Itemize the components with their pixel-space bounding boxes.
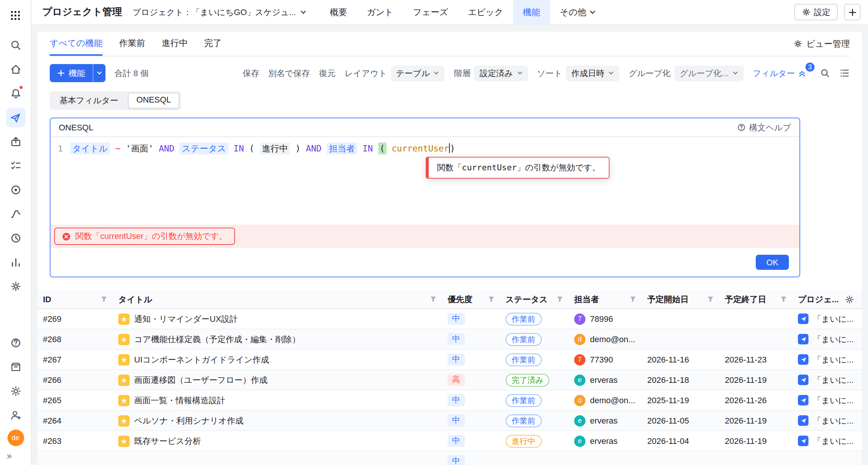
cell-title[interactable]: ★UIコンポーネントガイドライン作成 — [113, 354, 442, 365]
bar-chart-icon[interactable] — [6, 252, 25, 272]
cell-id: #263 — [38, 436, 113, 445]
person-add-icon[interactable] — [6, 405, 25, 425]
project-nav: 概要ガントフェーズエピック機能その他 — [320, 0, 606, 24]
cell-title[interactable]: ★既存サービス分析 — [113, 435, 442, 447]
view-tab-0[interactable]: すべての機能 — [50, 32, 102, 56]
curve-icon[interactable] — [6, 204, 25, 224]
nav-item-label: ガント — [367, 6, 393, 18]
nav-item-3[interactable]: エピック — [458, 0, 513, 24]
onesql-code-editor[interactable]: 1 タイトル ~ '画面' AND ステータス IN ( 進行中 ) AND 担… — [50, 137, 799, 225]
priority-badge: 中 — [448, 435, 465, 447]
column-filter-icon[interactable] — [487, 295, 495, 303]
save-as-button[interactable]: 別名で保存 — [268, 67, 310, 79]
tasks-check-icon[interactable] — [6, 156, 25, 176]
column-filter-icon[interactable] — [780, 295, 787, 303]
column-header-7[interactable]: プロジェ... — [793, 294, 862, 305]
column-filter-icon[interactable] — [556, 295, 564, 303]
sql-token: IN — [234, 143, 244, 154]
table-row[interactable]: #268★コア機能仕様定義（予定作成・編集・削除）中作業前ddemo@on...… — [38, 329, 862, 350]
notification-dot — [18, 85, 23, 90]
feature-title: 既存サービス分析 — [134, 435, 201, 447]
nav-item-label: エピック — [468, 6, 503, 18]
assignee-avatar: e — [574, 435, 585, 447]
column-filter-icon[interactable] — [707, 295, 714, 303]
table-row-partial[interactable]: 中 — [38, 451, 862, 465]
filter-toggle-button[interactable]: フィルター 3 — [753, 67, 806, 79]
expand-sidebar-button[interactable]: » — [7, 451, 12, 461]
syntax-help-link[interactable]: 構文ヘルプ — [737, 122, 791, 133]
cell-project: 「まいに... — [793, 415, 862, 426]
column-filter-icon[interactable] — [100, 295, 108, 303]
help-icon[interactable] — [6, 333, 25, 353]
syntax-help-label: 構文ヘルプ — [749, 122, 791, 133]
cell-title[interactable]: ★画面遷移図（ユーザーフロー）作成 — [113, 374, 442, 385]
bell-icon[interactable] — [6, 84, 25, 103]
layout-select[interactable]: テーブル — [391, 65, 445, 81]
table-row[interactable]: #269★通知・リマインダーUX設計中作業前778996「まいに... — [38, 309, 862, 329]
save-button[interactable]: 保存 — [243, 67, 259, 79]
table-row[interactable]: #266★画面遷移図（ユーザーフロー）作成高完了済みeerveras2026-1… — [38, 370, 862, 390]
column-header-0[interactable]: ID — [38, 295, 113, 304]
view-tabs-list: すべての機能作業前進行中完了 — [50, 32, 222, 56]
column-header-2[interactable]: 優先度 — [442, 294, 500, 305]
tab-basic-filter[interactable]: 基本フィルター — [51, 93, 127, 109]
column-filter-icon[interactable] — [429, 295, 437, 303]
user-avatar[interactable]: de — [7, 430, 24, 446]
sql-token: ( — [249, 143, 254, 154]
nav-item-4[interactable]: 機能 — [513, 0, 550, 24]
table-row[interactable]: #265★画面一覧・情報構造設計中作業前ddemo@on...2025-11-1… — [38, 390, 862, 411]
apps-grid-icon[interactable] — [6, 5, 25, 25]
assignee-avatar: d — [574, 333, 585, 345]
table-row[interactable]: #264★ペルソナ・利用シナリオ作成中作業前eerveras2026-11-05… — [38, 411, 862, 431]
add-feature-dropdown[interactable] — [93, 64, 105, 82]
list-view-icon[interactable] — [839, 68, 850, 78]
search-icon[interactable] — [820, 68, 830, 78]
add-feature-button[interactable]: 機能 — [50, 64, 93, 82]
funnel-wrap — [487, 295, 495, 303]
column-header-4[interactable]: 担当者 — [569, 294, 642, 305]
column-filter-icon[interactable] — [629, 295, 637, 303]
gear-wrap — [845, 294, 854, 304]
target-icon[interactable] — [6, 180, 25, 200]
settings-button[interactable]: 設定 — [794, 4, 838, 20]
view-tab-2[interactable]: 進行中 — [162, 32, 188, 56]
cell-title[interactable]: ★通知・リマインダーUX設計 — [113, 313, 442, 324]
group-by-select[interactable]: グループ化... — [674, 65, 744, 81]
cell-assignee: eerveras — [569, 374, 642, 385]
home-icon[interactable] — [6, 60, 25, 79]
view-tab-3[interactable]: 完了 — [204, 32, 222, 56]
nav-item-1[interactable]: ガント — [357, 0, 403, 24]
gear-icon[interactable] — [6, 381, 25, 401]
nav-item-2[interactable]: フェーズ — [403, 0, 458, 24]
column-header-6[interactable]: 予定終了日 — [720, 294, 793, 305]
flower-gear-icon[interactable] — [6, 277, 25, 296]
cell-project: 「まいに... — [793, 354, 862, 365]
clock-icon[interactable] — [6, 228, 25, 248]
column-header-5[interactable]: 予定開始日 — [642, 294, 720, 305]
table-row[interactable]: #267★UIコンポーネントガイドライン作成中作業前7773902026-11-… — [38, 350, 862, 370]
search-icon[interactable] — [6, 35, 25, 55]
project-icon — [798, 436, 808, 446]
view-tab-1[interactable]: 作業前 — [119, 32, 145, 56]
hierarchy-select[interactable]: 設定済み — [474, 65, 528, 81]
cell-title[interactable]: ★画面一覧・情報構造設計 — [113, 395, 442, 406]
column-settings-icon[interactable] — [845, 294, 854, 304]
nav-item-0[interactable]: 概要 — [320, 0, 357, 24]
ok-button[interactable]: OK — [756, 255, 789, 270]
project-selector[interactable]: プロジェクト：「まいにちGO」スケジュ... — [133, 6, 307, 18]
sort-select[interactable]: 作成日時 — [566, 65, 619, 81]
cell-title[interactable]: ★コア機能仕様定義（予定作成・編集・削除） — [113, 333, 442, 345]
nav-item-5[interactable]: その他 — [550, 0, 606, 24]
project-app-icon[interactable] — [6, 108, 25, 127]
tab-onesql[interactable]: ONESQL — [128, 93, 179, 109]
column-header-1[interactable]: タイトル — [113, 294, 442, 305]
column-header-3[interactable]: ステータス — [500, 294, 569, 305]
table-row[interactable]: #263★既存サービス分析中進行中eerveras2026-11-042026-… — [38, 431, 862, 451]
export-icon[interactable] — [6, 132, 25, 151]
archive-box-icon[interactable] — [6, 357, 25, 377]
add-button[interactable] — [844, 4, 860, 20]
cell-title[interactable]: ★ペルソナ・利用シナリオ作成 — [113, 415, 442, 426]
restore-button[interactable]: 復元 — [319, 67, 336, 79]
view-manage-button[interactable]: ビュー管理 — [793, 32, 850, 56]
project-name: 「まいに... — [813, 313, 854, 324]
